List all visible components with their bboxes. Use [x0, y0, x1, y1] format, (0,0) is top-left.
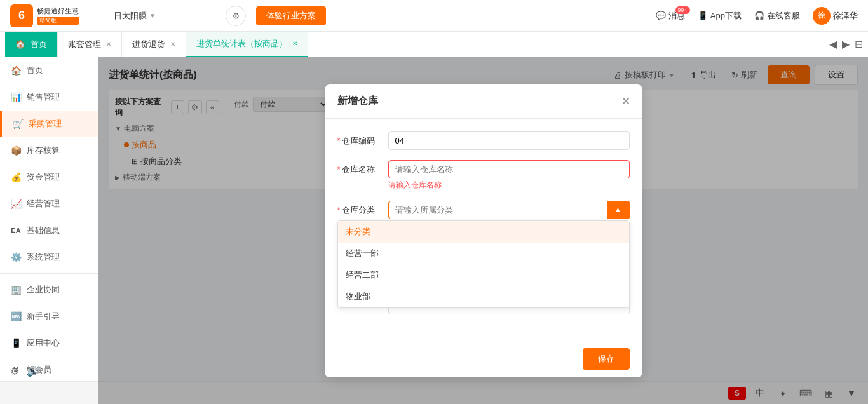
settings-icon-btn[interactable]: ⚙: [226, 6, 246, 26]
app-center-sidebar-icon: 📱: [10, 337, 22, 349]
dropdown-item-property-label: 物业部: [346, 292, 370, 301]
name-control: 请输入仓库名称: [388, 160, 630, 191]
store-selector[interactable]: 日太阳膜 ▼: [114, 10, 215, 22]
dropdown-item-ops2-label: 经营二部: [346, 270, 379, 279]
content-area: 进货单统计(按商品) 🖨 按模板打印 ▼ ⬆ 导出 ↻ 刷新 查询 设置: [98, 57, 868, 404]
category-input[interactable]: [388, 201, 630, 219]
settings-footer-icon[interactable]: ⚙: [10, 365, 19, 377]
sidebar-item-basic-info[interactable]: EA 基础信息: [0, 217, 98, 244]
sidebar-item-guide-label: 新手引导: [27, 311, 60, 322]
tab-purchase-returns-close[interactable]: ✕: [170, 41, 175, 48]
app-logo-icon: 6: [10, 4, 33, 27]
logo-text: 畅捷通好生意 精简版: [37, 6, 79, 25]
finance-sidebar-icon: 💰: [10, 172, 22, 183]
store-dropdown-arrow: ▼: [149, 12, 156, 19]
tab-purchase-stats-label: 进货单统计表（按商品）: [196, 38, 287, 50]
sidebar: 🏠 首页 📊 销售管理 🛒 采购管理 📦 库存核算 💰 资金管理 📈 经营管理 …: [0, 57, 98, 404]
try-industry-button[interactable]: 体验行业方案: [256, 6, 326, 25]
guide-sidebar-icon: 🆕: [10, 311, 22, 322]
main-layout: 🏠 首页 📊 销售管理 🛒 采购管理 📦 库存核算 💰 资金管理 📈 经营管理 …: [0, 57, 868, 404]
inventory-sidebar-icon: 📦: [10, 145, 22, 156]
sidebar-item-guide[interactable]: 🆕 新手引导: [0, 303, 98, 330]
top-header: 6 畅捷通好生意 精简版 日太阳膜 ▼ ⚙ 体验行业方案 💬 消息 99+ 📱 …: [0, 0, 868, 32]
dialog-close-button[interactable]: ✕: [621, 95, 630, 107]
dropdown-item-ops2[interactable]: 经营二部: [338, 264, 629, 286]
tab-menu-icon[interactable]: ⊟: [855, 38, 863, 50]
new-warehouse-dialog: 新增仓库 ✕ 仓库编码 仓库名称: [325, 84, 642, 377]
sidebar-item-home[interactable]: 🏠 首页: [0, 57, 98, 84]
sidebar-item-basic-info-label: 基础信息: [27, 225, 60, 236]
tab-purchase-returns-label: 进货退货: [132, 39, 165, 50]
tab-purchase-returns[interactable]: 进货退货 ✕: [122, 32, 186, 57]
logo-badge: 精简版: [37, 17, 79, 25]
dropdown-item-uncategorized[interactable]: 未分类: [338, 221, 629, 243]
dialog-title: 新增仓库: [337, 95, 378, 108]
sidebar-item-inventory[interactable]: 📦 库存核算: [0, 137, 98, 164]
sidebar-item-finance[interactable]: 💰 资金管理: [0, 164, 98, 191]
tab-accounts-label: 账套管理: [68, 39, 101, 50]
message-icon: 💬: [656, 11, 666, 20]
user-profile[interactable]: 徐 徐泽华: [813, 7, 858, 25]
tab-accounts[interactable]: 账套管理 ✕: [58, 32, 122, 57]
sidebar-item-system[interactable]: ⚙️ 系统管理: [0, 244, 98, 271]
form-row-name: 仓库名称 请输入仓库名称: [337, 160, 630, 191]
basic-info-sidebar-icon: EA: [10, 225, 22, 236]
category-dropdown-btn[interactable]: ▲: [607, 201, 630, 219]
dropdown-item-ops1[interactable]: 经营一部: [338, 243, 629, 264]
category-control: ▲ 未分类 经营一部 经营二部: [388, 201, 630, 219]
header-tools: ⚙ 体验行业方案: [226, 6, 326, 26]
category-label: 仓库分类: [337, 201, 388, 216]
system-sidebar-icon: ⚙️: [10, 252, 22, 263]
tab-next-icon[interactable]: ▶: [842, 38, 850, 50]
sidebar-item-purchase-label: 采购管理: [29, 118, 62, 130]
app-download-label: App下载: [710, 10, 742, 22]
tab-home[interactable]: 🏠 首页: [5, 32, 58, 57]
online-service-label: 在线客服: [767, 10, 800, 22]
headset-icon: 🎧: [754, 11, 764, 20]
sidebar-item-enterprise[interactable]: 🏢 企业协同: [0, 276, 98, 303]
code-input[interactable]: [388, 131, 630, 150]
sidebar-item-operations-label: 经营管理: [27, 198, 60, 210]
tab-purchase-stats-close[interactable]: ✕: [292, 40, 297, 47]
avatar: 徐: [813, 7, 831, 25]
sidebar-item-operations[interactable]: 📈 经营管理: [0, 191, 98, 217]
dialog-overlay: 新增仓库 ✕ 仓库编码 仓库名称: [98, 57, 868, 404]
sidebar-item-purchase[interactable]: 🛒 采购管理: [0, 111, 98, 137]
sidebar-item-sales[interactable]: 📊 销售管理: [0, 84, 98, 111]
sidebar-item-app-center-label: 应用中心: [27, 337, 60, 349]
tab-home-label: 首页: [31, 39, 47, 50]
tab-prev-icon[interactable]: ◀: [829, 38, 837, 50]
form-row-category: 仓库分类 ▲ 未分类: [337, 201, 630, 219]
home-icon: 🏠: [15, 39, 25, 49]
sidebar-item-finance-label: 资金管理: [27, 172, 60, 183]
online-service-btn[interactable]: 🎧 在线客服: [754, 10, 800, 22]
sidebar-item-enterprise-label: 企业协同: [27, 284, 60, 295]
header-right: 💬 消息 99+ 📱 App下载 🎧 在线客服 徐 徐泽华: [656, 7, 858, 25]
sidebar-divider: [0, 273, 98, 274]
speaker-icon[interactable]: 🔊: [27, 365, 39, 377]
app-download-btn[interactable]: 📱 App下载: [698, 10, 742, 22]
tab-bar-controls: ◀ ▶ ⊟: [829, 38, 863, 50]
save-button[interactable]: 保存: [583, 348, 630, 370]
category-dropdown-list: 未分类 经营一部 经营二部 物业部: [337, 220, 630, 308]
home-sidebar-icon: 🏠: [10, 65, 22, 76]
tab-purchase-stats[interactable]: 进货单统计表（按商品） ✕: [186, 32, 308, 57]
category-input-wrapper: ▲: [388, 201, 630, 219]
dialog-footer: 保存: [325, 340, 642, 377]
dialog-body: 仓库编码 仓库名称 请输入仓库名称: [325, 119, 642, 340]
sidebar-item-system-label: 系统管理: [27, 252, 60, 263]
sidebar-item-sales-label: 销售管理: [27, 91, 60, 103]
operations-sidebar-icon: 📈: [10, 198, 22, 210]
dropdown-item-property[interactable]: 物业部: [338, 286, 629, 307]
sidebar-item-app-center[interactable]: 📱 应用中心: [0, 330, 98, 356]
tab-accounts-close[interactable]: ✕: [106, 41, 111, 48]
sidebar-item-home-label: 首页: [27, 65, 43, 76]
dropdown-item-uncategorized-label: 未分类: [346, 227, 370, 236]
message-badge: 99+: [675, 6, 690, 14]
sidebar-item-inventory-label: 库存核算: [27, 145, 60, 156]
code-control: [388, 131, 630, 150]
tab-bar: 🏠 首页 账套管理 ✕ 进货退货 ✕ 进货单统计表（按商品） ✕ ◀ ▶ ⊟: [0, 32, 868, 57]
message-btn[interactable]: 💬 消息 99+: [656, 10, 685, 22]
name-input[interactable]: [388, 160, 630, 178]
name-label: 仓库名称: [337, 160, 388, 175]
